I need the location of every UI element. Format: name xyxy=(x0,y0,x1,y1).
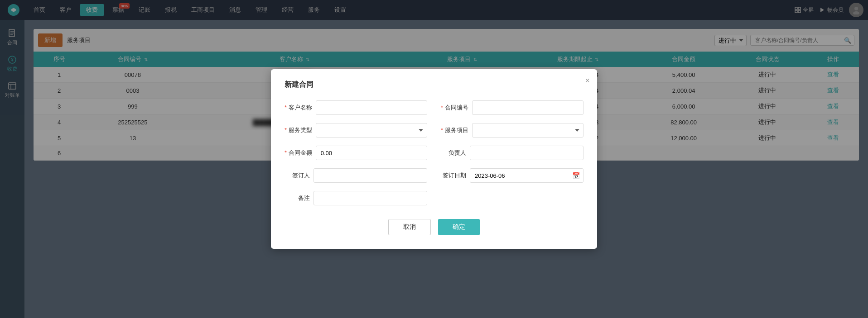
input-amount[interactable] xyxy=(316,146,427,160)
label-contract-no: 合同编号 xyxy=(441,104,468,112)
form-group-sign-date: 签订日期 📅 xyxy=(441,168,583,183)
label-customer-name: 客户名称 xyxy=(285,104,312,112)
confirm-button[interactable]: 确定 xyxy=(438,219,480,235)
modal-overlay[interactable]: 新建合同 × 客户名称 合同编号 服务类型 xyxy=(0,0,868,318)
form-group-person-in-charge: 负责人 xyxy=(441,146,583,160)
label-amount: 合同金额 xyxy=(285,149,312,157)
dialog-title: 新建合同 xyxy=(285,80,583,90)
input-person-in-charge[interactable] xyxy=(470,146,583,160)
label-sign-date: 签订日期 xyxy=(441,171,466,180)
service-type-wrap xyxy=(316,123,427,138)
label-service-item: 服务项目 xyxy=(441,126,468,134)
label-person-in-charge: 负责人 xyxy=(441,149,466,157)
service-item-wrap xyxy=(472,123,583,138)
form-row-4: 签订人 签订日期 📅 xyxy=(285,168,583,183)
form-group-remark: 备注 xyxy=(285,191,427,205)
dialog-footer: 取消 确定 xyxy=(285,219,583,235)
input-signer[interactable] xyxy=(313,168,427,183)
input-sign-date[interactable] xyxy=(470,168,583,183)
form-group-customer-name: 客户名称 xyxy=(285,100,427,115)
date-input-wrap: 📅 xyxy=(470,168,583,183)
new-contract-dialog: 新建合同 × 客户名称 合同编号 服务类型 xyxy=(271,69,597,249)
select-service-item[interactable] xyxy=(472,123,583,138)
form-row-5: 备注 xyxy=(285,191,583,205)
form-row-3: 合同金额 负责人 xyxy=(285,146,583,160)
form-group-service-item: 服务项目 xyxy=(441,123,583,138)
dialog-close-button[interactable]: × xyxy=(585,76,590,85)
form-row-2: 服务类型 服务项目 xyxy=(285,123,583,138)
form-group-signer: 签订人 xyxy=(285,168,427,183)
input-remark[interactable] xyxy=(313,191,427,205)
form-group-amount: 合同金额 xyxy=(285,146,427,160)
label-remark: 备注 xyxy=(285,194,310,202)
input-contract-no[interactable] xyxy=(472,100,583,115)
cancel-button[interactable]: 取消 xyxy=(388,219,431,235)
select-service-type[interactable] xyxy=(316,123,427,138)
form-group-service-type: 服务类型 xyxy=(285,123,427,138)
label-signer: 签订人 xyxy=(285,171,310,180)
form-group-contract-no: 合同编号 xyxy=(441,100,583,115)
form-row-1: 客户名称 合同编号 xyxy=(285,100,583,115)
label-service-type: 服务类型 xyxy=(285,126,312,134)
input-customer-name[interactable] xyxy=(316,100,427,115)
calendar-icon[interactable]: 📅 xyxy=(572,172,580,179)
